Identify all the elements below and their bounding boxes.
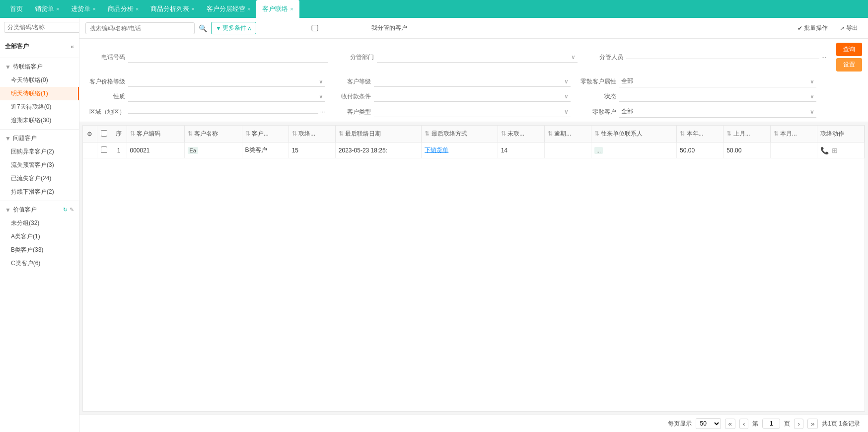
filter-manager-select[interactable]: [626, 56, 819, 59]
value-group-refresh[interactable]: ↻: [63, 207, 68, 213]
nav-home[interactable]: 首页: [4, 0, 29, 18]
nav-product-analysis[interactable]: 商品分析×: [102, 0, 145, 18]
action-more-icon[interactable]: ⊞: [832, 146, 838, 154]
filter-region-label: 区域（地区）: [85, 108, 125, 116]
nav-customer-segmentation-close[interactable]: ×: [247, 6, 250, 12]
nav-product-analysis-close[interactable]: ×: [136, 6, 139, 12]
export-button[interactable]: ↗ 导出: [836, 22, 862, 34]
sidebar-item-repurchase-abnormal[interactable]: 回购异常客户(2): [0, 145, 79, 158]
filter-retail-attr-select[interactable]: 全部∨: [619, 75, 816, 87]
row-this-year: 50.00: [677, 143, 723, 158]
sidebar-all-customers[interactable]: 全部客户 «: [0, 39, 79, 54]
sidebar-problem-group[interactable]: ▼ 问题客户: [0, 132, 79, 145]
filter-payment-select[interactable]: ∨: [374, 91, 571, 102]
nav-purchase-order[interactable]: 进货单×: [65, 0, 101, 18]
filter-nature: 性质 ∨: [85, 91, 325, 102]
prev-page-button[interactable]: ‹: [739, 419, 748, 429]
filter-phone-input[interactable]: [128, 52, 328, 63]
query-button[interactable]: 查询: [836, 43, 862, 56]
sidebar-item-ungrouped[interactable]: 未分组(32): [0, 216, 79, 230]
filter-region-ellipsis[interactable]: ···: [320, 108, 325, 115]
th-settings[interactable]: ⚙: [83, 126, 97, 143]
th-num: 序: [111, 126, 127, 143]
sidebar-item-overdue-pending[interactable]: 逾期未联络(30): [0, 114, 79, 127]
filter-phone: 电话号码: [85, 52, 328, 63]
sidebar-pending-group[interactable]: ▼ 待联络客户: [0, 60, 79, 73]
filter-customer-level-select[interactable]: ∨: [374, 76, 571, 87]
nav-sales-order[interactable]: 销货单×: [29, 0, 65, 18]
sidebar-item-churn-warning[interactable]: 流失预警客户(3): [0, 158, 79, 172]
sidebar-search-input[interactable]: [4, 22, 79, 33]
toolbar-right: ✔ 批量操作 ↗ 导出: [794, 22, 862, 34]
filter-manager-ellipsis[interactable]: ···: [821, 54, 826, 61]
th-check[interactable]: [97, 126, 111, 143]
nav-customer-segmentation[interactable]: 客户分层经营×: [201, 0, 256, 18]
nav-sales-order-close[interactable]: ×: [56, 6, 59, 12]
gear-icon[interactable]: ⚙: [87, 131, 92, 138]
page-size-label: 每页显示: [668, 420, 692, 428]
filter-region-select[interactable]: [128, 110, 318, 114]
sidebar-item-tomorrow-pending[interactable]: 明天待联络(1): [0, 87, 79, 100]
filter-nature-select[interactable]: ∨: [128, 91, 325, 102]
th-not-contacted: ⇅ 未联...: [498, 126, 544, 143]
filter-retail-attr-label: 零散客户属性: [577, 77, 616, 86]
sidebar-item-declining[interactable]: 持续下滑客户(2): [0, 185, 79, 199]
sidebar-item-today-pending[interactable]: 今天待联络(0): [0, 73, 79, 87]
action-call-icon[interactable]: 📞: [820, 146, 829, 154]
filter-price-level-select[interactable]: ∨: [128, 76, 325, 87]
sort-icon-ty: ⇅: [680, 130, 685, 137]
th-name: ⇅ 客户名称: [184, 126, 242, 143]
filter-retail-customer-select[interactable]: 全部∨: [619, 106, 816, 118]
row-last-contact-method[interactable]: 下销货单: [422, 143, 498, 158]
nav-product-analysis-list-close[interactable]: ×: [191, 6, 194, 12]
row-name[interactable]: Ea: [184, 143, 242, 158]
value-group-edit[interactable]: ✎: [70, 207, 74, 213]
customer-type-arrow-icon: ∨: [564, 108, 569, 115]
batch-operation-button[interactable]: ✔ 批量操作: [794, 22, 832, 34]
first-page-button[interactable]: «: [725, 419, 735, 429]
nav-customer-contact-close[interactable]: ×: [290, 6, 293, 12]
more-filters-button[interactable]: ▼ 更多条件 ∧: [211, 22, 256, 34]
row-check[interactable]: [97, 143, 111, 158]
next-page-button[interactable]: ›: [794, 419, 803, 429]
sidebar-item-b-class[interactable]: B类客户(33): [0, 243, 79, 257]
sort-icon-cp: ⇅: [594, 130, 599, 137]
collapse-icon[interactable]: «: [71, 43, 74, 50]
sidebar-item-c-class[interactable]: C类客户(6): [0, 257, 79, 270]
dept-arrow-icon: ∨: [571, 54, 576, 61]
last-contact-method-link[interactable]: 下销货单: [425, 146, 448, 153]
status-arrow-icon: ∨: [810, 93, 814, 100]
filter-customer-type-select[interactable]: ∨: [374, 107, 571, 117]
filter-status-select[interactable]: ∨: [619, 91, 816, 102]
filter-customer-level-label: 客户等级: [331, 77, 371, 86]
sidebar-item-a-class[interactable]: A类客户(1): [0, 230, 79, 243]
sidebar-item-churned[interactable]: 已流失客户(24): [0, 172, 79, 185]
th-action: 联络动作: [817, 126, 864, 143]
settings-button[interactable]: 设置: [836, 58, 862, 72]
last-page-button[interactable]: »: [807, 419, 818, 429]
row-code[interactable]: 000021: [127, 143, 184, 158]
select-all-checkbox[interactable]: [101, 130, 107, 137]
th-type: ⇅ 客户...: [242, 126, 289, 143]
page-size-select[interactable]: 50 100 200: [696, 418, 721, 429]
top-navigation: 首页 销货单× 进货单× 商品分析× 商品分析列表× 客户分层经营× 客户联络×: [0, 0, 868, 18]
filter-manager: 分管人员 ···: [583, 53, 826, 62]
row-checkbox[interactable]: [101, 146, 107, 153]
sidebar-value-group[interactable]: ▼ 价值客户 ↻ ✎: [0, 203, 79, 216]
nav-purchase-order-close[interactable]: ×: [92, 6, 95, 12]
filter-dept-select[interactable]: ∨: [377, 52, 577, 63]
nav-product-analysis-list[interactable]: 商品分析列表×: [145, 0, 200, 18]
filter-dept-label: 分管部门: [334, 53, 374, 62]
filter-retail-customer: 零散客户 全部∨: [577, 106, 816, 118]
table-body: 1 000021 Ea B类客户 15 2023-05-23 18:25: 下销…: [83, 143, 865, 158]
th-last-contact-date: ⇅ 最后联络日期: [335, 126, 421, 143]
filter-retail-attr: 零散客户属性 全部∨: [577, 75, 816, 87]
main-search-input[interactable]: [85, 22, 195, 34]
my-customers-checkbox[interactable]: [260, 25, 369, 31]
main-search-icon[interactable]: 🔍: [199, 24, 207, 32]
sidebar-item-7day-pending[interactable]: 近7天待联络(0): [0, 100, 79, 114]
th-contacts: ⇅ 联络...: [289, 126, 335, 143]
batch-op-icon: ✔: [797, 25, 802, 32]
nav-customer-contact[interactable]: 客户联络×: [256, 0, 299, 18]
page-number-input[interactable]: [762, 419, 780, 429]
